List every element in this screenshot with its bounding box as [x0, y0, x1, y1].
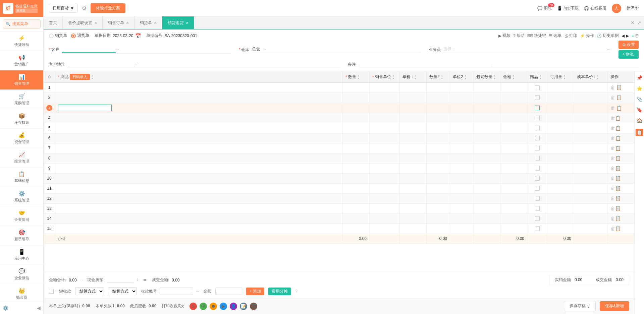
customer-input[interactable] [62, 46, 116, 53]
copy-row-7[interactable]: 📋 [615, 145, 621, 151]
help-action[interactable]: ? 帮助 [513, 33, 525, 39]
one-key-payment-check[interactable] [49, 289, 54, 294]
calc-method-select[interactable]: 结算方式 [108, 287, 137, 295]
split-button[interactable]: 费用分摊 [268, 288, 291, 295]
gift-checkbox-14[interactable] [535, 216, 540, 221]
copy-row-11[interactable]: 📋 [615, 186, 621, 191]
delete-row-14[interactable]: 🗑 [610, 216, 615, 221]
video-action[interactable]: ▶ 视频 [498, 33, 511, 39]
right-icon-6[interactable]: 📋 [636, 129, 643, 136]
tab-sales-delivery[interactable]: 销货单 ✕ [135, 16, 162, 29]
copy-row-1[interactable]: 📋 [616, 85, 622, 90]
delete-row-8[interactable]: 🗑 [610, 155, 615, 161]
settings-button[interactable]: ⚙ 设置 [619, 41, 639, 49]
tab-sales-return[interactable]: 销货退货 ✕ [162, 16, 194, 29]
close-tab-icon[interactable]: ✕ [631, 20, 635, 25]
remarks-input[interactable] [359, 61, 493, 67]
list-view-icon[interactable]: ≡ [632, 34, 634, 38]
delete-row-2[interactable]: 🗑 [610, 95, 615, 100]
delete-row-15[interactable]: 🗑 [610, 226, 615, 231]
tab-close-sales-order[interactable]: ✕ [126, 21, 129, 25]
account-input[interactable] [160, 288, 193, 295]
sidebar-item-basic-info[interactable]: 📋 基础信息 [0, 168, 43, 187]
copy-row-15[interactable]: 📋 [615, 226, 621, 231]
delete-row-4[interactable]: 🗑 [610, 115, 615, 121]
sidebar-item-sys-mgmt[interactable]: ⚙️ 系统管理 [0, 187, 43, 206]
copy-row-9[interactable]: 📋 [615, 166, 621, 171]
footer-help-icon[interactable]: ? [295, 289, 298, 294]
copy-row-2[interactable]: 📋 [616, 95, 622, 100]
collapse-sidebar-icon[interactable]: ◀ [37, 305, 41, 311]
gift-checkbox-7[interactable] [535, 146, 540, 150]
sidebar-item-enterprise[interactable]: 🤝 企业协同 [0, 206, 43, 226]
print-action[interactable]: 🖨 打印 [564, 33, 577, 39]
sidebar-item-purchase-mgmt[interactable]: 🛒 采购管理 [0, 90, 43, 109]
operate-action[interactable]: ⚡ 操作 [580, 33, 594, 39]
scan-button[interactable]: 扫码录入 [70, 74, 90, 80]
tab-close-sales-return[interactable]: ✕ [186, 21, 189, 25]
warehouse-dots-btn[interactable]: ··· [263, 47, 266, 52]
sidebar-item-sales-mgmt[interactable]: 📊 销售管理 [0, 70, 43, 90]
sidebar-item-quick-nav[interactable]: ⚡ 快捷导航 [0, 32, 43, 51]
gift-checkbox-13[interactable] [535, 206, 540, 211]
select-action[interactable]: ☰ 选单 [549, 33, 561, 39]
table-gear-icon[interactable]: ⚙ [48, 75, 51, 79]
copy-row-5[interactable]: 📋 [615, 125, 621, 131]
copy-row-6[interactable]: 📋 [615, 135, 621, 141]
search-menu-button[interactable]: 🔍 搜索菜单 [3, 19, 41, 28]
delete-row-5[interactable]: 🗑 [610, 125, 615, 131]
radio-return[interactable]: 退货单 [71, 33, 89, 39]
copy-row-4[interactable]: 📋 [615, 115, 621, 121]
expand-tab-icon[interactable]: ⤢ [637, 20, 641, 25]
copy-row-14[interactable]: 📋 [615, 216, 621, 221]
tab-close-price-settings[interactable]: ✕ [94, 21, 97, 25]
save-draft-button[interactable]: 保存草稿 ∨ [564, 301, 596, 311]
next-icon[interactable]: ▶ [626, 34, 629, 38]
delete-row-3[interactable]: 🗑 [610, 105, 615, 111]
tab-sales-order[interactable]: 销售订单 ✕ [103, 16, 135, 29]
right-icon-5[interactable]: 🏠 [637, 118, 642, 123]
right-icon-3[interactable]: 📎 [637, 97, 642, 102]
add-row-icon[interactable]: + [46, 105, 52, 111]
delete-row-10[interactable]: 🗑 [610, 176, 615, 181]
save-new-button[interactable]: 保存&新增 [600, 301, 629, 311]
gift-checkbox-3[interactable] [535, 106, 540, 110]
right-icon-1[interactable]: 📌 [637, 75, 642, 80]
app-download-button[interactable]: 📱 App下载 [557, 5, 579, 11]
delete-row-11[interactable]: 🗑 [610, 186, 615, 191]
gift-checkbox-8[interactable] [535, 156, 540, 161]
shortcut-action[interactable]: ⌨ 快捷键 [527, 33, 546, 39]
cash-discount-input[interactable] [107, 277, 134, 282]
copy-row-8[interactable]: 📋 [615, 155, 621, 161]
sidebar-item-app-center[interactable]: 📱 应用中心 [0, 245, 43, 265]
gift-checkbox-1[interactable] [535, 85, 540, 90]
delete-row-12[interactable]: 🗑 [610, 196, 615, 201]
tab-close-sales-delivery[interactable]: ✕ [154, 21, 157, 25]
delete-row-9[interactable]: 🗑 [610, 166, 615, 171]
right-icon-4[interactable]: 🔖 [637, 107, 642, 113]
delete-row-13[interactable]: 🗑 [610, 206, 615, 211]
copy-row-12[interactable]: 📋 [615, 196, 621, 201]
copy-row-3[interactable]: 📋 [616, 105, 622, 111]
settings-footer-icon[interactable]: ⚙️ [3, 305, 8, 311]
tab-home[interactable]: 首页 [44, 16, 63, 29]
gift-checkbox-2[interactable] [535, 95, 540, 100]
gift-checkbox-9[interactable] [535, 166, 540, 171]
copy-row-10[interactable]: 📋 [615, 176, 621, 181]
topbar-gear-icon[interactable]: ⚙ [82, 5, 87, 11]
history-action[interactable]: 🕐 历史单据 [597, 33, 619, 39]
product-input-row3[interactable] [58, 105, 112, 111]
sidebar-item-ops[interactable]: 📈 经营管理 [0, 148, 43, 168]
account-dots-btn[interactable]: ··· [196, 289, 199, 294]
sidebar-item-marketing[interactable]: 📢 营销推广 [0, 51, 43, 70]
tab-price-settings[interactable]: 售价提取设置 ✕ [63, 16, 103, 29]
sidebar-item-inventory[interactable]: 📦 库存核算 [0, 109, 43, 129]
settlement-method-select[interactable]: 结算方式 [75, 287, 104, 295]
gift-checkbox-15[interactable] [535, 226, 540, 231]
gift-checkbox-12[interactable] [535, 196, 540, 201]
delete-row-7[interactable]: 🗑 [610, 145, 615, 151]
radio-sales[interactable]: 销货单 [49, 33, 67, 39]
gift-checkbox-6[interactable] [535, 136, 540, 140]
sidebar-item-member[interactable]: 👑 畅会员 [0, 284, 43, 302]
message-button[interactable]: 💬 消息 70 [537, 5, 552, 11]
